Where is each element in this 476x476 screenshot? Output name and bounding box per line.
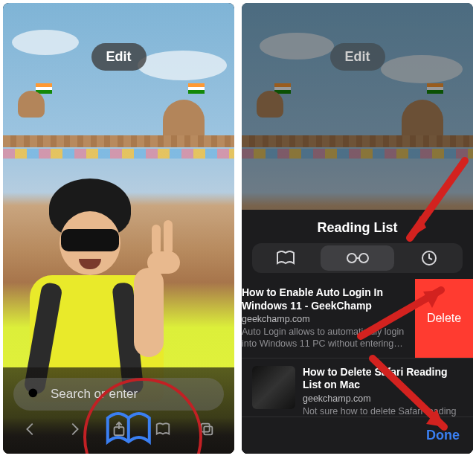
svg-rect-5 bbox=[204, 426, 212, 434]
svg-rect-4 bbox=[202, 424, 210, 432]
item-host: geekchamp.com bbox=[242, 314, 414, 324]
svg-point-0 bbox=[29, 389, 38, 398]
tab-history[interactable] bbox=[396, 243, 463, 273]
delete-button[interactable]: Delete bbox=[415, 279, 473, 358]
svg-point-8 bbox=[359, 254, 368, 263]
search-icon bbox=[27, 387, 42, 402]
tab-reading-list[interactable] bbox=[321, 245, 393, 271]
glasses-icon bbox=[346, 251, 370, 265]
svg-point-7 bbox=[347, 254, 356, 263]
segmented-control[interactable] bbox=[252, 243, 463, 273]
book-icon bbox=[276, 251, 295, 266]
svg-line-1 bbox=[36, 396, 40, 400]
screenshot-right: Edit Reading List Ho bbox=[242, 3, 473, 454]
reading-list-panel: Reading List How to Enable Auto bbox=[242, 210, 473, 454]
done-button[interactable]: Done bbox=[426, 428, 460, 443]
panel-footer: Done bbox=[242, 416, 473, 454]
reading-list[interactable]: How to Enable Auto Login In Windows 11 -… bbox=[242, 279, 473, 416]
edit-button[interactable]: Edit bbox=[91, 43, 147, 71]
item-preview: Auto Login allows to automatically login… bbox=[242, 326, 414, 350]
list-item[interactable]: How to Enable Auto Login In Windows 11 -… bbox=[242, 279, 473, 358]
edit-button: Edit bbox=[330, 43, 385, 71]
back-button[interactable] bbox=[18, 416, 43, 442]
tab-bookmarks[interactable] bbox=[252, 243, 318, 273]
panel-title: Reading List bbox=[242, 210, 473, 243]
list-item[interactable]: How to Delete Safari Reading List on Mac… bbox=[242, 358, 473, 417]
bookmarks-icon-highlight bbox=[104, 411, 152, 448]
item-thumbnail bbox=[252, 366, 295, 409]
clock-icon bbox=[421, 250, 437, 266]
item-title: How to Enable Auto Login In Windows 11 -… bbox=[242, 286, 414, 312]
screenshot-left: Edit Search or enter bbox=[3, 3, 234, 454]
